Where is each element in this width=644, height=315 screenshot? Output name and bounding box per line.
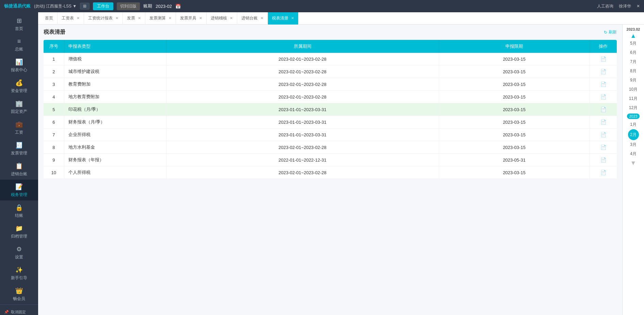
table-row: 8 地方水利基金 2023-02-01~2023-02-28 2023-03-1… — [44, 141, 617, 154]
copy-button[interactable]: ⊞ — [80, 3, 90, 10]
sidebar-item-home[interactable]: ⊞ 首页 — [0, 14, 38, 34]
tab-purchase-ledger[interactable]: 进销台账 ✕ — [237, 12, 268, 25]
action-icon[interactable]: 📄 — [600, 132, 606, 137]
tab-tax-register-close[interactable]: ✕ — [291, 16, 294, 20]
cell-action: 📄 — [590, 53, 617, 65]
tab-invoice[interactable]: 发票 ✕ — [123, 12, 145, 25]
tab-salary-report[interactable]: 工资统计报表 ✕ — [84, 12, 123, 25]
cell-index: 2 — [44, 65, 64, 78]
refresh-label: 刷新 — [609, 29, 617, 35]
sidebar-item-vip[interactable]: 👑 畅会员 — [0, 284, 38, 304]
action-icon[interactable]: 📄 — [600, 56, 606, 62]
tab-invoice-calc[interactable]: 发票测算 ✕ — [145, 12, 176, 25]
cell-deadline: 2023-03-15 — [439, 166, 590, 179]
tab-salary-report-close[interactable]: ✕ — [115, 16, 118, 20]
cell-action: 📄 — [590, 166, 617, 179]
cell-index: 3 — [44, 78, 64, 91]
old-version-button[interactable]: 切到旧版 — [117, 2, 140, 10]
action-icon[interactable]: 📄 — [600, 170, 606, 175]
action-icon[interactable]: 📄 — [600, 94, 606, 100]
period-month-3[interactable]: 3月 — [623, 140, 644, 149]
cell-type: 城市维护建设税 — [64, 65, 166, 78]
cell-deadline: 2023-03-15 — [439, 65, 590, 78]
action-icon[interactable]: 📄 — [600, 157, 606, 163]
calendar-icon[interactable]: 📅 — [175, 4, 181, 9]
unpin-button[interactable]: 📌 取消固定 — [0, 308, 38, 315]
invoice-icon: 🧾 — [15, 141, 23, 149]
period-month-7[interactable]: 7月 — [623, 57, 644, 66]
period-year-2023[interactable]: 2023 — [627, 114, 639, 119]
sidebar-item-report[interactable]: 📊 报表中心 — [0, 55, 38, 76]
cell-action: 📄 — [590, 91, 617, 103]
sidebar-item-settings[interactable]: ⚙ 设置 — [0, 242, 38, 263]
cell-action: 📄 — [590, 65, 617, 78]
sidebar-item-invoice[interactable]: 🧾 发票管理 — [0, 138, 38, 159]
tab-purchase-ledger-close[interactable]: ✕ — [260, 16, 263, 20]
main-layout: ⊞ 首页 ≡ 总账 📊 报表中心 💰 资金管理 🏢 固定资产 💼 工资 🧾 发票… — [0, 12, 644, 315]
table-row: 10 个人所得税 2023-02-01~2023-02-28 2023-03-1… — [44, 166, 617, 179]
tab-purchase-check[interactable]: 进销稽核 ✕ — [207, 12, 237, 25]
tab-invoice-calc-close[interactable]: ✕ — [168, 16, 172, 20]
workspace-button[interactable]: 工作台 — [93, 2, 113, 10]
period-month-4[interactable]: 4月 — [623, 149, 644, 159]
tab-home-label: 首页 — [45, 15, 53, 21]
tab-home[interactable]: 首页 — [41, 12, 58, 25]
period-month-5[interactable]: 5月 — [623, 39, 644, 48]
tax-table: 序号 申报表类型 所属期间 申报限期 操作 1 增值税 2023-02-01~2… — [44, 40, 617, 179]
sidebar-item-tax[interactable]: 📝 税务管理 — [0, 180, 38, 200]
cell-deadline: 2023-03-15 — [439, 53, 590, 65]
cell-period: 2023-02-01~2023-02-28 — [166, 65, 439, 78]
sidebar-item-funds[interactable]: 💰 资金管理 — [0, 76, 38, 96]
tab-salary-close[interactable]: ✕ — [77, 16, 80, 20]
period-nav-up[interactable]: ▲ — [630, 33, 637, 39]
tab-invoice-open[interactable]: 发票开具 ✕ — [176, 12, 207, 25]
action-icon[interactable]: 📄 — [600, 119, 606, 125]
period-month-11[interactable]: 11月 — [623, 94, 644, 103]
sidebar-label-invoice: 发票管理 — [11, 150, 27, 156]
vip-icon: 👑 — [15, 287, 23, 295]
sidebar-item-guide[interactable]: ✨ 新手引导 — [0, 263, 38, 284]
tab-invoice-close[interactable]: ✕ — [138, 16, 141, 20]
period-nav-down[interactable]: ▼ — [630, 160, 637, 166]
sidebar-item-ledger[interactable]: ≡ 总账 — [0, 34, 38, 55]
ai-consult[interactable]: 人工咨询 — [597, 3, 613, 9]
tab-invoice-open-close[interactable]: ✕ — [199, 16, 202, 20]
period-month-2-active[interactable]: 2月 — [628, 129, 639, 140]
cell-type: 地方水利基金 — [64, 141, 166, 154]
tab-salary-label: 工资表 — [62, 15, 74, 21]
cell-deadline: 2023-03-15 — [439, 141, 590, 154]
sidebar-item-close[interactable]: 🔒 结账 — [0, 200, 38, 221]
tab-salary[interactable]: 工资表 ✕ — [58, 12, 84, 25]
sidebar-item-fixed[interactable]: 🏢 固定资产 — [0, 96, 38, 117]
action-icon[interactable]: 📄 — [600, 81, 606, 87]
period-month-9[interactable]: 9月 — [623, 76, 644, 85]
action-icon[interactable]: 📄 — [600, 107, 606, 112]
period-panel: 2023.02 ▲ 5月 6月 7月 8月 9月 10月 11月 12月 202… — [622, 25, 644, 315]
app-logo: 畅捷通易代账 — [4, 3, 31, 9]
tab-invoice-label: 发票 — [127, 15, 135, 21]
close-icon[interactable]: ✕ — [637, 4, 640, 9]
cell-type: 个人所得税 — [64, 166, 166, 179]
main-panel: 税表清册 ↻ 刷新 序号 申报表类型 所属期间 申报限期 操作 — [38, 25, 622, 315]
tab-tax-register[interactable]: 税表清册 ✕ — [268, 12, 299, 25]
tab-bar: 首页 工资表 ✕ 工资统计报表 ✕ 发票 ✕ 发票测算 ✕ 发票开具 ✕ — [38, 12, 644, 25]
period-month-8[interactable]: 8月 — [623, 66, 644, 76]
table-header-row: 序号 申报表类型 所属期间 申报限期 操作 — [44, 40, 617, 53]
content-area: 首页 工资表 ✕ 工资统计报表 ✕ 发票 ✕ 发票测算 ✕ 发票开具 ✕ — [38, 12, 644, 315]
sidebar-item-archive[interactable]: 📁 归档管理 — [0, 221, 38, 242]
period-month-10[interactable]: 10月 — [623, 85, 644, 94]
period-month-6[interactable]: 6月 — [623, 48, 644, 57]
cell-period: 2022-01-01~2022-12-31 — [166, 154, 439, 166]
sidebar-item-salary[interactable]: 💼 工资 — [0, 117, 38, 138]
period-header: 2023.02 — [627, 26, 640, 33]
username[interactable]: 徐泽华 — [619, 3, 631, 9]
sidebar-item-purchase[interactable]: 📋 进销台账 — [0, 159, 38, 180]
cell-deadline: 2023-03-15 — [439, 91, 590, 103]
cell-period: 2023-01-01~2023-03-31 — [166, 116, 439, 129]
period-month-12[interactable]: 12月 — [623, 103, 644, 112]
action-icon[interactable]: 📄 — [600, 145, 606, 150]
period-month-1[interactable]: 1月 — [623, 120, 644, 129]
action-icon[interactable]: 📄 — [600, 69, 606, 74]
refresh-button[interactable]: ↻ 刷新 — [604, 29, 617, 35]
tab-purchase-check-close[interactable]: ✕ — [230, 16, 233, 20]
